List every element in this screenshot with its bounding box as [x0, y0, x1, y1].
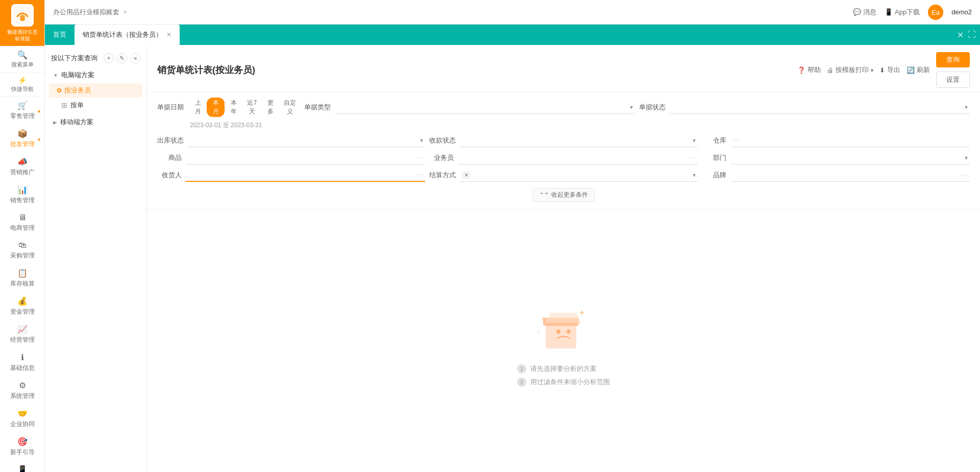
- tab-home[interactable]: 首页: [45, 25, 75, 45]
- date-range-text: 2023-03-01 至 2023-03-31: [190, 122, 262, 129]
- goods-dots: ···: [416, 153, 423, 162]
- sidebar-item-wholesale-label: 批发管理: [10, 140, 35, 149]
- quick-nav-item[interactable]: ⚡ 快捷导航: [0, 73, 44, 97]
- sidebar: 畅捷通好生意 标准版 🔍 搜索菜单 ⚡ 快捷导航 🛒 零售管理 📦 批发管理 📣…: [0, 0, 45, 472]
- avatar[interactable]: Ea: [928, 5, 943, 20]
- export-button[interactable]: ⬇ 导出: [879, 65, 900, 75]
- date-btn-this-year[interactable]: 本年: [226, 98, 241, 116]
- topbar-left: 办公用品行业模拟账套 ▾: [53, 8, 127, 17]
- sidebar-item-system[interactable]: ⚙ 系统管理: [0, 376, 44, 405]
- sidebar-item-enterprise[interactable]: 🤝 企业协同: [0, 405, 44, 433]
- sidebar-item-finance[interactable]: 💰 资金管理: [0, 292, 44, 320]
- dept-select[interactable]: ▾: [730, 151, 970, 164]
- outstatus-select[interactable]: ▾: [188, 134, 425, 147]
- message-button[interactable]: 💬 消息: [853, 8, 876, 17]
- tree-child-salesperson[interactable]: 按业务员: [49, 83, 142, 98]
- tree-child-order[interactable]: ⊞ 按单: [49, 98, 142, 112]
- empty-state: ✦ ✦ ✦ 1 请先选择要分析的方案 2 用过滤条件来缩小分析范围: [147, 209, 980, 472]
- filter-row-2: 出库状态 ▾ 收款状态 ▾ 仓库: [157, 134, 970, 147]
- help-button[interactable]: ❓ 帮助: [797, 65, 821, 75]
- date-btn-last-month[interactable]: 上月: [190, 98, 206, 116]
- sidebar-item-basic[interactable]: ℹ 基础信息: [0, 348, 44, 376]
- warehouse-label: 仓库: [702, 136, 730, 145]
- print-button[interactable]: 🖨 按模板打印 ▾: [827, 65, 873, 75]
- sidebar-item-operations-label: 经营管理: [10, 336, 35, 344]
- hint-number-1: 1: [517, 364, 526, 373]
- date-range-display: 2023-03-01 至 2023-03-31: [190, 121, 970, 130]
- search-menu-item[interactable]: 🔍 搜索菜单: [0, 46, 44, 73]
- tab-maximize-icon[interactable]: ⛶: [968, 30, 976, 39]
- date-btn-this-month[interactable]: 本月: [207, 98, 225, 117]
- app-download-button[interactable]: 📱 App下载: [885, 8, 920, 17]
- sidebar-item-operations[interactable]: 📈 经营管理: [0, 320, 44, 348]
- date-btn-7days[interactable]: 近7天: [243, 98, 262, 116]
- sidebar-item-purchase[interactable]: 🛍 采购管理: [0, 237, 44, 264]
- collapse-icon: «: [134, 55, 137, 62]
- receiptstatus-select[interactable]: ▾: [460, 134, 697, 147]
- edit-scheme-button[interactable]: ✎: [117, 53, 127, 63]
- sidebar-item-inventory[interactable]: 📋 库存核算: [0, 264, 44, 292]
- filter-row-3: 商品 ··· 业务员 ··· 部门: [157, 151, 970, 164]
- date-label: 单据日期: [157, 103, 188, 112]
- goods-input[interactable]: ···: [186, 151, 425, 164]
- salesperson-input[interactable]: ···: [458, 151, 697, 164]
- print-dropdown-icon: ▾: [871, 67, 873, 73]
- date-btn-custom[interactable]: 自定义: [279, 98, 300, 116]
- payment-tag: ×: [462, 171, 471, 179]
- wholesale-icon: 📦: [17, 129, 28, 138]
- sidebar-item-wholesale[interactable]: 📦 批发管理: [0, 125, 44, 153]
- date-btn-more[interactable]: 更多: [262, 98, 278, 116]
- sidebar-item-marketing[interactable]: 📣 营销推广: [0, 153, 44, 181]
- topbar-right: 💬 消息 📱 App下载 Ea demo2: [853, 5, 972, 20]
- empty-hint-2: 2 用过滤条件来缩小分析范围: [517, 377, 610, 387]
- collapse-panel-button[interactable]: «: [130, 53, 140, 63]
- query-button[interactable]: 查询: [936, 52, 970, 67]
- sidebar-item-sales-label: 销售管理: [10, 196, 35, 205]
- docstatus-label: 单据状态: [639, 103, 670, 112]
- payment-arrow-icon: ▾: [693, 172, 696, 179]
- add-icon: +: [107, 55, 110, 62]
- sidebar-item-marketing-label: 营销推广: [10, 168, 35, 177]
- payment-tag-x[interactable]: ×: [464, 172, 468, 179]
- sidebar-item-retail-label: 零售管理: [10, 112, 35, 121]
- payment-label: 结算方式: [429, 171, 460, 180]
- grid-icon: ⊞: [61, 101, 67, 109]
- app-download-label: App下载: [895, 8, 920, 17]
- refresh-button[interactable]: 🔄 刷新: [906, 65, 930, 75]
- filter-cell-date: 单据日期 上月 本月 本年 近7天 更多 自定义: [157, 98, 300, 117]
- quick-nav-icon: ⚡: [18, 76, 27, 84]
- inventory-icon: 📋: [17, 268, 28, 278]
- system-icon: ⚙: [19, 381, 26, 390]
- tab-close-window-icon[interactable]: ✕: [957, 30, 964, 40]
- hint-text-2: 用过滤条件来缩小分析范围: [530, 377, 610, 387]
- tree-item-desktop[interactable]: ▼ 电脑端方案: [45, 67, 146, 83]
- empty-hint-1: 1 请先选择要分析的方案: [517, 364, 610, 373]
- sidebar-item-newbie[interactable]: 🎯 新手引导: [0, 433, 44, 461]
- sidebar-item-sales[interactable]: 📊 销售管理: [0, 181, 44, 209]
- warehouse-input[interactable]: ···: [730, 134, 970, 147]
- action-buttons: 查询 设置: [936, 52, 970, 88]
- svg-text:✦: ✦: [537, 329, 541, 334]
- consignee-label: 收货人: [157, 171, 186, 180]
- tab-sales-stats[interactable]: 销货单统计表（按业务员） ✕: [75, 25, 180, 45]
- tree-item-mobile[interactable]: ▶ 移动端方案: [45, 114, 146, 130]
- export-icon: ⬇: [879, 66, 885, 74]
- settings-button[interactable]: 设置: [936, 72, 970, 88]
- sidebar-item-ecommerce-label: 电商管理: [10, 224, 35, 232]
- username-label[interactable]: demo2: [951, 8, 972, 16]
- sidebar-item-retail[interactable]: 🛒 零售管理: [0, 97, 44, 125]
- basic-icon: ℹ: [21, 352, 24, 362]
- filter-row-4: 收货人 ··· 结算方式 × ▾: [157, 169, 970, 182]
- sidebar-item-appstore[interactable]: 📱 应用中心: [0, 461, 44, 472]
- payment-select[interactable]: × ▾: [460, 169, 697, 182]
- consignee-input[interactable]: ···: [186, 169, 425, 182]
- tab-close-icon[interactable]: ✕: [166, 31, 172, 38]
- add-scheme-button[interactable]: +: [104, 53, 114, 63]
- sidebar-item-ecommerce[interactable]: 🖥 电商管理: [0, 209, 44, 237]
- doctype-select[interactable]: ▾: [335, 101, 635, 114]
- tree-item-mobile-label: 移动端方案: [60, 117, 93, 127]
- sidebar-item-enterprise-label: 企业协同: [10, 420, 35, 429]
- brand-input[interactable]: ···: [730, 169, 970, 182]
- collapse-button[interactable]: ⌃⌃ 收起更多条件: [532, 188, 595, 202]
- docstatus-select[interactable]: ▾: [670, 101, 970, 114]
